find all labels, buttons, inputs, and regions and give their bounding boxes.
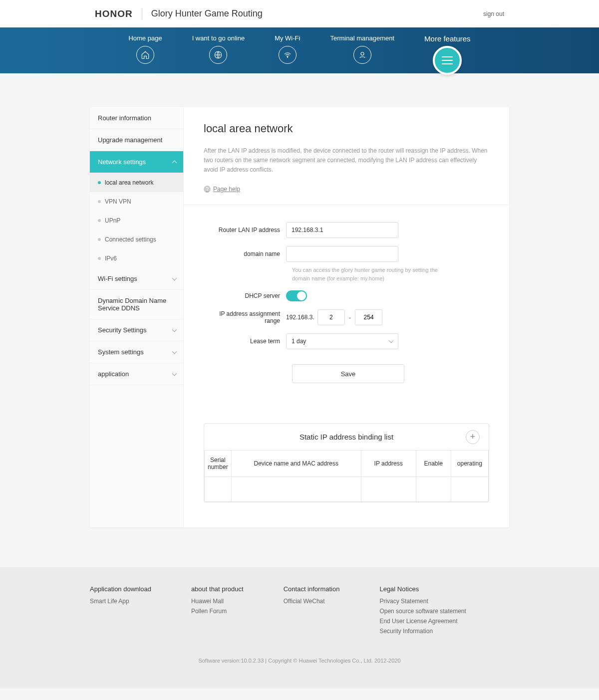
home-icon [136,46,154,64]
footer-col-contact: Contact information Official WeChat [284,585,340,638]
nav-more[interactable]: More features [424,34,471,75]
range-end-input[interactable] [355,309,382,325]
globe-icon [209,46,227,64]
user-icon [353,46,371,64]
footer-col-product: about that product Huawei Mall Pollen Fo… [191,585,244,638]
page-help-label: Page help [213,186,240,193]
table-title: Static IP address binding list [300,433,393,441]
footer-link[interactable]: Security Information [379,628,466,635]
footer-link[interactable]: Privacy Statement [379,598,466,605]
footer-link[interactable]: End User License Agreement [379,618,466,625]
sidebar-sub-vpn[interactable]: VPN VPN [90,192,183,211]
footer-col-legal: Legal Notices Privacy Statement Open sou… [379,585,466,638]
col-serial: Serial number [205,451,232,477]
lan-ip-input[interactable] [286,222,398,238]
sidebar: Router information Upgrade management Ne… [90,107,184,527]
domain-input[interactable] [286,246,398,262]
sidebar-item-network[interactable]: Network settings [90,151,183,173]
footer-link[interactable]: Open source software statement [379,608,466,615]
wifi-icon [279,46,297,64]
sidebar-item-system[interactable]: System settings [90,341,183,363]
col-device: Device name and MAC address [231,451,361,477]
add-button[interactable]: + [466,430,480,444]
sidebar-item-ddns[interactable]: Dynamic Domain Name Service DDNS [90,290,183,319]
help-icon: ? [204,186,211,193]
nav-terminal[interactable]: Terminal management [330,34,394,64]
range-start-input[interactable] [317,309,345,325]
nav-online-label: I want to go online [192,34,245,42]
page-description: After the LAN IP address is modified, th… [204,146,489,175]
nav-wifi[interactable]: My Wi-Fi [275,34,300,64]
nav-terminal-label: Terminal management [330,34,394,42]
col-enable: Enable [416,451,451,477]
sidebar-item-application[interactable]: application [90,363,183,385]
footer-title-download: Application download [90,585,151,593]
sidebar-item-security[interactable]: Security Settings [90,319,183,341]
footer-link[interactable]: Smart Life App [90,598,151,605]
sign-out-link[interactable]: sign out [483,10,504,17]
col-ip: IP address [361,451,416,477]
save-button[interactable]: Save [292,364,404,383]
sidebar-item-upgrade[interactable]: Upgrade management [90,129,183,151]
sidebar-item-router-info[interactable]: Router information [90,107,183,129]
lease-label: Lease term [204,338,286,345]
sidebar-sub-lan[interactable]: local area network [90,173,183,192]
sidebar-sub-upnp[interactable]: UPnP [90,211,183,230]
col-operating: operating [451,451,488,477]
nav-more-label: More features [424,34,471,43]
hamburger-icon[interactable] [433,46,462,75]
top-bar: HONOR Glory Hunter Game Routing sign out [0,0,599,27]
footer-title-contact: Contact information [284,585,340,593]
sidebar-sub-ipv6[interactable]: IPv6 [90,249,183,268]
dhcp-label: DHCP server [204,292,286,299]
domain-label: domain name [204,250,286,257]
footer-title-product: about that product [191,585,244,593]
app-title: Glory Hunter Game Routing [151,8,263,19]
dhcp-toggle[interactable] [286,290,307,301]
section-divider [184,205,509,205]
sidebar-item-wifi[interactable]: Wi-Fi settings [90,268,183,290]
footer-link[interactable]: Pollen Forum [191,608,244,615]
svg-point-2 [361,52,364,55]
footer-link[interactable]: Huawei Mall [191,598,244,605]
svg-point-1 [287,57,288,58]
nav-wifi-label: My Wi-Fi [275,34,300,42]
domain-hint: You can access the glory hunter game rou… [292,266,452,282]
footer-link[interactable]: Official WeChat [284,598,340,605]
nav-home[interactable]: Home page [128,34,162,64]
divider [142,8,142,20]
nav-home-label: Home page [128,34,162,42]
static-ip-table: Static IP address binding list + Serial … [204,423,489,502]
footer-title-legal: Legal Notices [379,585,466,593]
range-label: IP address assignment range [204,310,286,324]
copyright: Software version:10.0.2.33 | Copyright ©… [0,658,599,664]
page-help-link[interactable]: ? Page help [204,186,240,193]
range-prefix: 192.168.3. [286,314,314,321]
brand-logo: HONOR [95,8,133,19]
table-row [205,477,489,502]
nav-bar: Home page I want to go online My Wi-Fi T… [0,27,599,73]
page-title: local area network [204,122,489,135]
lease-select[interactable]: 1 day [286,333,398,349]
footer-col-download: Application download Smart Life App [90,585,151,638]
nav-online[interactable]: I want to go online [192,34,245,64]
footer: Application download Smart Life App abou… [0,567,599,689]
main-container: Router information Upgrade management Ne… [90,107,509,527]
sidebar-sub-connected[interactable]: Connected settings [90,230,183,249]
range-dash: - [349,314,351,321]
lan-ip-label: Router LAN IP address [204,227,286,233]
main-content: local area network After the LAN IP addr… [184,107,509,527]
lease-value: 1 day [292,338,306,345]
